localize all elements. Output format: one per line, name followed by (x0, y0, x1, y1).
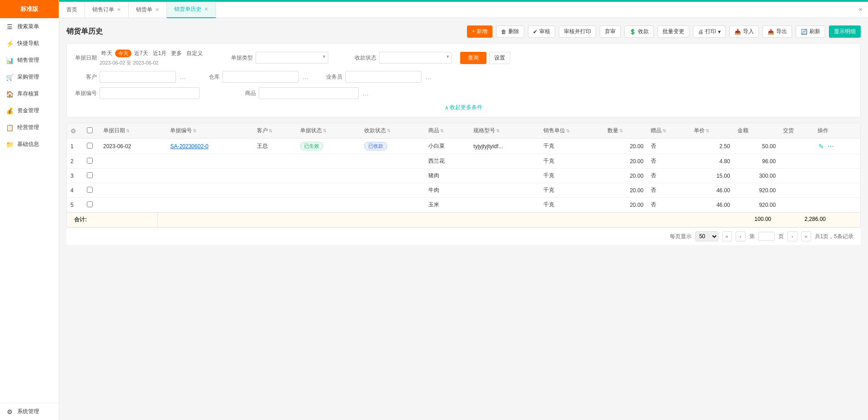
refresh-button[interactable]: 🔄 刷新 (796, 25, 825, 38)
row-doc-no-4[interactable] (166, 198, 253, 212)
close-all-tabs[interactable]: ✕ (853, 7, 868, 13)
collect-status-select[interactable] (379, 52, 452, 64)
date-7days[interactable]: 近7天 (132, 49, 150, 58)
row-check-2[interactable] (87, 172, 93, 178)
collect-button[interactable]: 💲 收款 (624, 25, 654, 38)
date-more[interactable]: 更多 (169, 49, 184, 58)
sort-qty[interactable]: ⇅ (619, 128, 623, 133)
more-icon-0[interactable]: ⋯ (828, 143, 834, 150)
sort-unit[interactable]: ⇅ (566, 128, 570, 133)
customer-dots[interactable]: … (180, 73, 186, 80)
sort-customer[interactable]: ⇅ (269, 128, 272, 133)
sidebar-item-system[interactable]: ⚙ 系统管理 (0, 403, 59, 420)
sidebar-item-inventory[interactable]: 🏠 库存核算 (0, 85, 59, 102)
doc-no-input[interactable] (100, 87, 200, 99)
select-all-checkbox[interactable] (87, 127, 93, 133)
sidebar-item-search-menu[interactable]: ☰ 搜索菜单 (0, 18, 59, 35)
sort-doc-status[interactable]: ⇅ (323, 128, 326, 133)
sidebar-item-operations[interactable]: 📋 经营管理 (0, 119, 59, 136)
row-doc-no-0[interactable]: SA-20230602-0 (166, 139, 253, 154)
sort-doc-no[interactable]: ⇅ (193, 128, 196, 133)
edit-icon-0[interactable]: ✎ (818, 143, 824, 150)
row-doc-no-3[interactable] (166, 183, 253, 198)
per-page-select[interactable]: 50 100 (695, 231, 718, 241)
sort-spec[interactable]: ⇅ (496, 128, 500, 133)
goods-dots[interactable]: … (362, 90, 369, 97)
delete-button[interactable]: 🗑 删除 (496, 25, 524, 38)
table-settings-icon[interactable]: ⚙ (70, 127, 76, 135)
date-yesterday[interactable]: 昨天 (100, 49, 114, 58)
customer-input[interactable] (100, 71, 176, 83)
row-goods-0: 小白菜 (425, 139, 470, 154)
close-tab-sales-goods[interactable]: ✕ (155, 7, 159, 13)
page-num-input[interactable]: 1 (758, 232, 775, 241)
row-unit-2: 千克 (540, 169, 604, 183)
sort-goods[interactable]: ⇅ (440, 128, 444, 133)
row-checkbox-1[interactable] (83, 154, 100, 169)
salesperson-input[interactable] (345, 71, 421, 83)
sidebar-item-sales-mgmt[interactable]: 📊 销售管理 (0, 52, 59, 69)
date-today[interactable]: 今天 (115, 50, 131, 57)
batch-change-button[interactable]: 批量变更 (657, 25, 689, 38)
close-tab-sales-order[interactable]: ✕ (117, 7, 121, 13)
last-page-button[interactable]: » (801, 231, 811, 241)
close-tab-sales-history[interactable]: ✕ (204, 6, 208, 12)
first-page-button[interactable]: « (722, 231, 732, 241)
sidebar-item-label: 销售管理 (17, 56, 39, 64)
print-button[interactable]: 🖨 打印 ▾ (693, 25, 726, 38)
sidebar-item-label: 快捷导航 (17, 40, 39, 47)
row-doc-no-1[interactable] (166, 154, 253, 169)
tab-sales-order[interactable]: 销售订单 ✕ (85, 2, 129, 18)
sidebar-item-finance[interactable]: 💰 资金管理 (0, 102, 59, 119)
warehouse-dots[interactable]: … (302, 73, 309, 80)
row-checkbox-2[interactable] (83, 169, 100, 183)
tab-sales-goods[interactable]: 销货单 ✕ (129, 2, 167, 18)
table-row: 3 猪肉 千克 20.00 否 15.00 300.00 (67, 169, 860, 183)
tab-home[interactable]: 首页 (59, 2, 85, 18)
row-check-3[interactable] (87, 187, 93, 193)
abandon-button[interactable]: 弃审 (600, 25, 621, 38)
collect-icon: 💲 (629, 29, 636, 35)
col-checkbox[interactable] (83, 123, 100, 139)
salesperson-dots[interactable]: … (425, 73, 431, 80)
sidebar-item-basic-info[interactable]: 📁 基础信息 (0, 136, 59, 153)
quick-nav-icon: ⚡ (5, 40, 14, 47)
row-spec-4 (470, 198, 540, 212)
import-button[interactable]: 📥 导入 (729, 25, 759, 38)
doc-no-link-0[interactable]: SA-20230602-0 (170, 143, 208, 150)
sidebar-item-purchase-mgmt[interactable]: 🛒 采购管理 (0, 69, 59, 85)
tab-sales-history[interactable]: 销货单历史 ✕ (167, 2, 216, 18)
row-doc-status-1 (296, 154, 361, 169)
row-check-1[interactable] (87, 158, 93, 164)
sort-gift[interactable]: ⇅ (662, 128, 666, 133)
sort-collect-status[interactable]: ⇅ (387, 128, 391, 133)
collapse-button[interactable]: ∧ 收起更多条件 (445, 104, 482, 111)
export-button[interactable]: 📤 导出 (763, 25, 792, 38)
row-checkbox-0[interactable] (83, 139, 100, 154)
row-check-4[interactable] (87, 201, 93, 207)
next-page-button[interactable]: › (788, 231, 798, 241)
row-checkbox-4[interactable] (83, 198, 100, 212)
sort-doc-date[interactable]: ⇅ (126, 128, 130, 133)
row-checkbox-3[interactable] (83, 183, 100, 198)
row-check-0[interactable] (87, 143, 93, 149)
goods-input[interactable] (259, 87, 359, 99)
review-print-button[interactable]: 审核并打印 (559, 25, 596, 38)
new-button[interactable]: + 新增 (467, 25, 492, 38)
sort-unit-price[interactable]: ⇅ (706, 128, 709, 133)
date-1month[interactable]: 近1月 (151, 49, 169, 58)
review-button[interactable]: ✔ 审核 (528, 25, 555, 38)
query-button[interactable]: 查询 (460, 52, 487, 64)
tab-bar: 首页 销售订单 ✕ 销货单 ✕ 销货单历史 ✕ ✕ (59, 2, 868, 18)
prev-page-button[interactable]: ‹ (736, 231, 746, 241)
sidebar-item-quick-nav[interactable]: ⚡ 快捷导航 (0, 35, 59, 52)
row-doc-no-2[interactable] (166, 169, 253, 183)
show-detail-button[interactable]: 显示明细 (829, 25, 861, 38)
doc-type-select[interactable] (256, 52, 328, 64)
customer-label: 客户 (74, 73, 97, 81)
date-custom[interactable]: 自定义 (185, 49, 205, 58)
col-settings[interactable]: ⚙ (67, 123, 83, 139)
warehouse-input[interactable] (222, 71, 299, 83)
table-body: 1 2023-06-02 SA-20230602-0 王总 已生效 已收款 小白… (67, 139, 860, 212)
settings-filter-button[interactable]: 设置 (489, 52, 510, 64)
